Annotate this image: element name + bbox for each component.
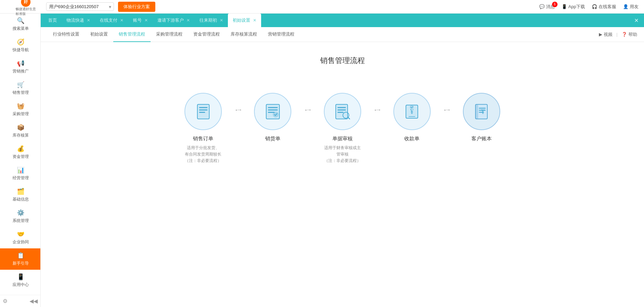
sub-tab-inventory-flow[interactable]: 库存核算流程 <box>225 27 262 42</box>
flow-step-name: 客户账本 <box>471 136 492 142</box>
sub-tabs: 行业特性设置 初始设置 销售管理流程 采购管理流程 资金管理流程 库存核算流程 … <box>41 27 644 42</box>
flow-step-name: 销货单 <box>265 136 280 142</box>
sidebar-item-search[interactable]: 🔍 搜索菜单 <box>0 14 40 35</box>
flow-arrow-3: ···→ <box>373 106 382 114</box>
sidebar-item-nav[interactable]: 🧭 快捷导航 <box>0 35 40 56</box>
marketing-icon: 📢 <box>17 60 24 67</box>
video-action[interactable]: ▶ 视频 <box>599 32 612 38</box>
headset-icon: 🎧 <box>592 4 597 9</box>
close-icon[interactable]: ✕ <box>187 18 190 23</box>
flow-step-name: 单据审核 <box>332 136 353 142</box>
sidebar-item-system[interactable]: ⚙️ 系统管理 <box>0 206 40 227</box>
flow-step-receipt[interactable]: ¥ 收款单 <box>382 93 443 145</box>
basic-icon: 🗂️ <box>17 188 24 195</box>
svg-rect-10 <box>337 107 346 108</box>
flow-step-name: 销售订单 <box>193 136 213 142</box>
nav-tab-init[interactable]: 初始设置 ✕ <box>228 14 261 27</box>
service-action[interactable]: 🎧 在线客服 <box>592 4 616 10</box>
purchase-icon: 🧺 <box>17 102 24 110</box>
receipt-icon: ¥ <box>403 102 421 121</box>
close-icon[interactable]: ✕ <box>253 18 256 23</box>
logo-icon: 好 <box>21 0 31 7</box>
settings-icon[interactable]: ⚙ <box>3 298 7 304</box>
sidebar-bottom: ⚙ ◀◀ <box>0 295 40 307</box>
sidebar-item-operation[interactable]: 📊 经营管理 <box>0 163 40 184</box>
nav-tab-logistics[interactable]: 物流快递 ✕ <box>62 14 95 27</box>
sidebar-item-label: 快捷导航 <box>13 47 29 53</box>
nav-tab-home[interactable]: 首页 <box>43 14 62 27</box>
sub-tab-finance-flow[interactable]: 资金管理流程 <box>188 27 225 42</box>
collapse-icon[interactable]: ◀◀ <box>30 298 38 304</box>
operation-icon: 📊 <box>17 166 24 174</box>
sub-tab-purchase-flow[interactable]: 采购管理流程 <box>151 27 188 42</box>
finance-icon: 💰 <box>17 145 24 152</box>
sidebar-item-guide[interactable]: 📋 新手引导 <box>0 248 40 270</box>
sidebar-item-label: 新手引导 <box>13 261 29 266</box>
sub-tab-marketing-flow[interactable]: 营销管理流程 <box>262 27 300 42</box>
sidebar-item-finance[interactable]: 💰 资金管理 <box>0 142 40 163</box>
svg-rect-0 <box>197 104 209 119</box>
sub-tab-sales-flow[interactable]: 销售管理流程 <box>113 27 151 42</box>
svg-rect-6 <box>268 109 278 110</box>
svg-rect-1 <box>199 107 208 108</box>
svg-rect-2 <box>199 109 208 110</box>
user-action[interactable]: 👤 用友 <box>623 4 639 10</box>
sub-tab-actions: ▶ 视频 | ❓ 帮助 <box>599 32 637 38</box>
message-badge: 6 <box>552 2 558 7</box>
close-icon[interactable]: ✕ <box>87 18 90 23</box>
sidebar-item-inventory[interactable]: 📦 库存核算 <box>0 120 40 142</box>
close-all-tabs[interactable]: ✕ <box>631 17 641 24</box>
flow-circle-delivery <box>254 93 291 130</box>
user-select[interactable]: 用户690企业1660120507 <box>46 2 114 11</box>
close-icon[interactable]: ✕ <box>220 18 223 23</box>
sidebar-item-basic[interactable]: 🗂️ 基础信息 <box>0 184 40 206</box>
sidebar-item-purchase[interactable]: 🧺 采购管理 <box>0 99 40 120</box>
sidebar-item-label: 库存核算 <box>13 132 29 138</box>
nav-tab-payment[interactable]: 在线支付 ✕ <box>95 14 128 27</box>
sub-tab-industry[interactable]: 行业特性设置 <box>47 27 85 42</box>
sidebar-item-label: 营销推广 <box>13 68 29 74</box>
flow-arrow-2: ···→ <box>303 106 312 114</box>
svg-rect-11 <box>337 109 346 110</box>
main-content: 首页 物流快递 ✕ 在线支付 ✕ 账号 ✕ 邀请下游客户 ✕ 往来期初 ✕ <box>41 14 644 307</box>
sidebar-item-apps[interactable]: 📱 应用中心 <box>0 270 40 291</box>
flow-arrow-4: ···→ <box>443 106 451 114</box>
svg-rect-9 <box>336 104 348 119</box>
account-icon: ¥ <box>472 102 491 121</box>
sidebar-item-marketing[interactable]: 📢 营销推广 <box>0 56 40 78</box>
trial-button[interactable]: 体验行业方案 <box>118 2 155 12</box>
collab-icon: 🤝 <box>17 230 24 238</box>
sidebar-item-collab[interactable]: 🤝 企业协同 <box>0 227 40 248</box>
nav-tab-period[interactable]: 往来期初 ✕ <box>195 14 228 27</box>
flow-step-delivery[interactable]: 销货单 <box>242 93 303 145</box>
sidebar-item-sales[interactable]: 🛒 销售管理 <box>0 78 40 99</box>
flow-diagram: 销售订单 适用于分批发货、有合同发货周期较长（注：非必要流程） ···→ <box>61 86 624 171</box>
svg-line-14 <box>348 117 350 119</box>
guide-icon: 📋 <box>17 252 24 259</box>
flow-step-audit[interactable]: 单据审核 适用于财务审核或主管审核（注：非必要流程） <box>312 93 373 164</box>
close-icon[interactable]: ✕ <box>120 18 123 23</box>
sidebar-item-label: 资金管理 <box>13 154 29 160</box>
top-bar: 好 畅捷通好生意 标准版 用户690企业1660120507 ▾ 体验行业方案 … <box>0 0 644 14</box>
order-icon <box>194 102 213 121</box>
svg-rect-21 <box>479 108 486 109</box>
app-download-action[interactable]: 📱 App下载 <box>562 4 585 10</box>
close-icon[interactable]: ✕ <box>144 18 148 23</box>
help-action[interactable]: ❓ 帮助 <box>622 32 637 38</box>
sub-tab-init[interactable]: 初始设置 <box>85 27 113 42</box>
sidebar-item-wechat[interactable]: 💬 企业微信 <box>0 291 40 295</box>
message-action[interactable]: 💬 消息 6 <box>539 4 555 10</box>
audit-icon <box>333 102 352 121</box>
flow-step-name: 收款单 <box>404 136 419 142</box>
nav-tab-invite[interactable]: 邀请下游客户 ✕ <box>153 14 195 27</box>
svg-rect-5 <box>268 107 278 108</box>
top-bar-actions: 💬 消息 6 📱 App下载 🎧 在线客服 👤 用友 <box>539 4 639 10</box>
sidebar-item-label: 基础信息 <box>13 197 29 202</box>
flow-step-account[interactable]: ¥ 客户账本 <box>451 93 512 145</box>
avatar: 👤 <box>623 4 628 9</box>
user-select-wrap[interactable]: 用户690企业1660120507 ▾ <box>46 2 114 11</box>
page-title: 销售管理流程 <box>61 56 624 66</box>
nav-tab-account[interactable]: 账号 ✕ <box>128 14 153 27</box>
flow-step-order[interactable]: 销售订单 适用于分批发货、有合同发货周期较长（注：非必要流程） <box>173 93 234 164</box>
apps-icon: 📱 <box>17 273 24 281</box>
